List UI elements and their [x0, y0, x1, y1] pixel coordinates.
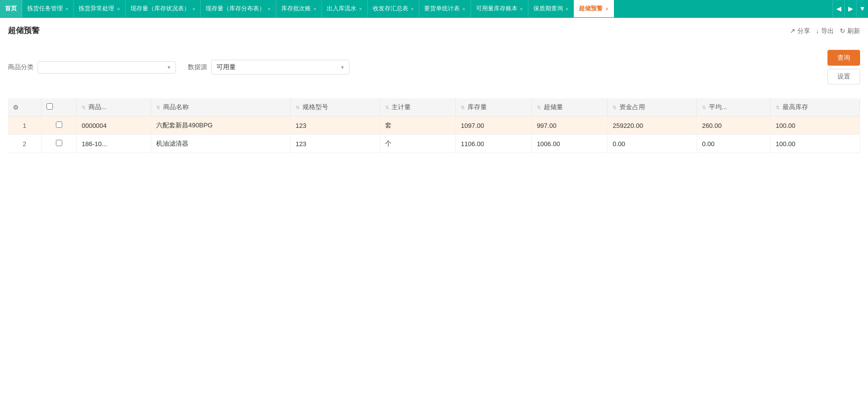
page-title: 超储预警	[8, 26, 40, 36]
overstock: 1006.00	[531, 135, 608, 153]
row-checkbox[interactable]	[56, 140, 62, 146]
nav-label: 拣货异常处理	[79, 4, 114, 13]
nav-item-overstock-warning[interactable]: 超储预警 ×	[574, 0, 613, 17]
col-spec[interactable]: ⇅ 规格型号	[291, 98, 380, 117]
sort-icon: ⇅	[776, 105, 780, 110]
nav-item-available-ledger[interactable]: 可用量库存账本 ×	[471, 0, 528, 17]
row-number: 1	[8, 117, 42, 135]
nav-next-button[interactable]: ▶	[844, 0, 856, 18]
nav-prev-button[interactable]: ◀	[832, 0, 844, 18]
col-label: 规格型号	[303, 103, 328, 111]
nav-close-icon[interactable]: ×	[605, 6, 608, 12]
datasource-select[interactable]: 可用量 ▾	[211, 60, 349, 75]
spec: 123	[291, 135, 380, 153]
col-stock[interactable]: ⇅ 库存量	[456, 98, 532, 117]
nav-item-inventory-status[interactable]: 现存量（库存状况表） ×	[126, 0, 201, 17]
nav-item-collect-summary[interactable]: 收发存汇总表 ×	[368, 0, 419, 17]
nav-home-label: 首页	[5, 4, 17, 13]
nav-close-icon[interactable]: ×	[267, 6, 270, 12]
nav-close-icon[interactable]: ×	[192, 6, 195, 12]
share-icon: ↗	[790, 27, 795, 35]
query-button[interactable]: 查询	[827, 50, 860, 66]
nav-item-abnormal[interactable]: 拣货异常处理 ×	[74, 0, 125, 17]
nav-item-task-mgmt[interactable]: 拣货任务管理 ×	[22, 0, 74, 17]
nav-close-icon[interactable]: ×	[520, 6, 523, 12]
export-icon: ↓	[816, 27, 820, 35]
product-code: 0000004	[77, 117, 151, 135]
refresh-label: 刷新	[847, 27, 860, 36]
spec: 123	[291, 117, 380, 135]
nav-item-quality-check[interactable]: 保质期查询 ×	[528, 0, 574, 17]
stock: 1106.00	[456, 135, 532, 153]
nav-label: 拣货任务管理	[27, 4, 63, 13]
table-header-row: ⚙ ⇅ 商品... ⇅ 商品名称 ⇅ 规格型号 ⇅	[8, 98, 860, 117]
export-button[interactable]: ↓ 导出	[816, 27, 834, 36]
col-label: 超储量	[544, 103, 563, 111]
datasource-value: 可用量	[217, 63, 236, 72]
nav-item-home[interactable]: 首页	[0, 0, 22, 17]
col-product-name[interactable]: ⇅ 商品名称	[151, 98, 291, 117]
export-label: 导出	[821, 27, 834, 36]
data-table: ⚙ ⇅ 商品... ⇅ 商品名称 ⇅ 规格型号 ⇅	[8, 98, 860, 153]
chevron-down-icon: ▾	[341, 64, 344, 71]
col-label: 资金占用	[619, 103, 645, 111]
category-select[interactable]: ▾	[38, 61, 176, 74]
nav-label: 现存量（库存分布表）	[206, 4, 265, 13]
product-name: 机油滤清器	[151, 135, 291, 153]
settings-icon[interactable]: ⚙	[13, 104, 19, 111]
product-name: 六配套新昌490BPG	[151, 117, 291, 135]
chevron-down-icon: ▾	[168, 64, 171, 71]
nav-label: 库存批次账	[281, 4, 311, 13]
datasource-filter: 数据源 可用量 ▾	[188, 60, 349, 75]
sort-icon: ⇅	[537, 105, 541, 110]
nav-close-icon[interactable]: ×	[411, 6, 414, 12]
nav-item-order-stats[interactable]: 要货单统计表 ×	[419, 0, 471, 17]
sort-icon: ⇅	[612, 105, 616, 110]
nav-label: 可用量库存账本	[476, 4, 518, 13]
col-label: 库存量	[468, 103, 487, 111]
settings-button[interactable]: 设置	[827, 69, 860, 84]
datasource-label: 数据源	[188, 63, 207, 72]
nav-item-batch[interactable]: 库存批次账 ×	[276, 0, 322, 17]
table-row: 2 186-10... 机油滤清器 123 个 1106.00 1006.00 …	[8, 135, 860, 153]
category-label: 商品分类	[8, 63, 34, 72]
nav-close-icon[interactable]: ×	[359, 6, 362, 12]
nav-label: 出入库流水	[327, 4, 356, 13]
nav-close-icon[interactable]: ×	[313, 6, 316, 12]
nav-close-icon[interactable]: ×	[65, 6, 68, 12]
nav-close-icon[interactable]: ×	[462, 6, 465, 12]
share-button[interactable]: ↗ 分享	[790, 27, 810, 36]
refresh-button[interactable]: ↻ 刷新	[840, 27, 860, 36]
capital: 259220.00	[608, 117, 697, 135]
page-actions: ↗ 分享 ↓ 导出 ↻ 刷新	[790, 27, 861, 36]
product-code: 186-10...	[77, 135, 151, 153]
avg: 0.00	[697, 135, 771, 153]
nav-label: 保质期查询	[533, 4, 563, 13]
col-overstock[interactable]: ⇅ 超储量	[531, 98, 608, 117]
nav-item-inventory-dist[interactable]: 现存量（库存分布表） ×	[201, 0, 276, 17]
nav-label: 要货单统计表	[424, 4, 460, 13]
sort-icon: ⇅	[702, 105, 706, 110]
page-content: 超储预警 ↗ 分享 ↓ 导出 ↻ 刷新 商品分类 ▾	[0, 18, 868, 395]
capital: 0.00	[608, 135, 697, 153]
nav-item-inout-flow[interactable]: 出入库流水 ×	[322, 0, 367, 17]
refresh-icon: ↻	[840, 27, 845, 35]
overstock: 997.00	[531, 117, 608, 135]
row-checkbox[interactable]	[56, 121, 62, 128]
nav-close-icon[interactable]: ×	[117, 6, 120, 12]
row-checkbox-cell	[42, 135, 77, 153]
col-avg[interactable]: ⇅ 平均...	[697, 98, 771, 117]
avg: 260.00	[697, 117, 771, 135]
col-capital[interactable]: ⇅ 资金占用	[608, 98, 697, 117]
col-product-code[interactable]: ⇅ 商品...	[77, 98, 151, 117]
select-all-checkbox[interactable]	[46, 103, 53, 110]
row-checkbox-cell	[42, 117, 77, 135]
nav-more-button[interactable]: ▼	[856, 0, 868, 18]
nav-close-icon[interactable]: ×	[565, 6, 568, 12]
max-stock: 100.00	[771, 135, 860, 153]
col-unit[interactable]: ⇅ 主计量	[380, 98, 456, 117]
col-label: 平均...	[709, 103, 727, 111]
share-label: 分享	[797, 27, 810, 36]
nav-label: 超储预警	[579, 4, 603, 13]
col-max-stock[interactable]: ⇅ 最高库存	[771, 98, 860, 117]
